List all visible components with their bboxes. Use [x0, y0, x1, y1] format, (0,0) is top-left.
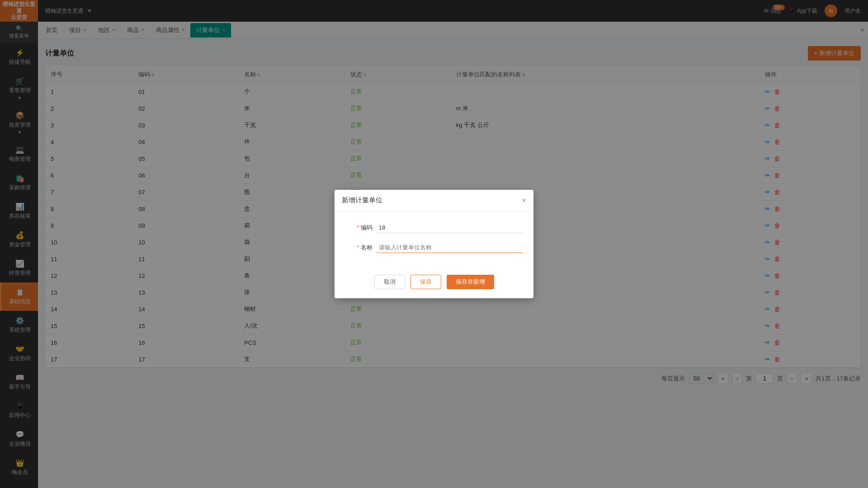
cancel-button[interactable]: 取消 [374, 275, 405, 289]
modal-title: 新增计量单位 [342, 196, 382, 205]
modal-overlay[interactable]: 新增计量单位 × 编码 名称 取消 保存 保存并新增 [0, 0, 868, 488]
form-row-name: 名称 [345, 242, 523, 253]
name-input[interactable] [376, 242, 523, 253]
modal-header: 新增计量单位 × [335, 190, 533, 211]
modal-add-unit: 新增计量单位 × 编码 名称 取消 保存 保存并新增 [335, 190, 533, 298]
modal-body: 编码 名称 [335, 211, 533, 269]
modal-close-button[interactable]: × [522, 197, 526, 205]
form-row-code: 编码 [345, 222, 523, 233]
modal-footer: 取消 保存 保存并新增 [335, 269, 533, 298]
save-button[interactable]: 保存 [410, 275, 441, 289]
code-label: 编码 [345, 224, 373, 232]
name-label: 名称 [345, 244, 373, 252]
save-and-new-button[interactable]: 保存并新增 [447, 275, 494, 289]
code-input[interactable] [376, 222, 523, 233]
